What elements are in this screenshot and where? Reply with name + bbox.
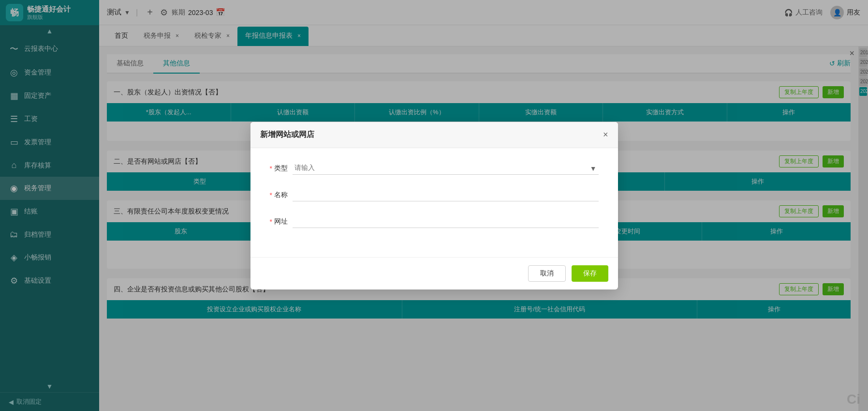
form-row-name: * 名称 [270, 189, 599, 201]
field-name-input-wrap [293, 189, 599, 201]
field-type-input-wrap: ▼ [293, 163, 599, 175]
save-button[interactable]: 保存 [572, 265, 608, 282]
field-url-input[interactable] [293, 216, 599, 226]
field-url-input-wrap [293, 216, 599, 228]
modal-title: 新增网站或网店 [260, 130, 314, 140]
type-dropdown-icon[interactable]: ▼ [590, 165, 597, 172]
modal-close-button[interactable]: × [603, 130, 608, 140]
cancel-button[interactable]: 取消 [528, 265, 566, 282]
form-row-url: * 网址 [270, 216, 599, 228]
form-row-type: * 类型 ▼ [270, 163, 599, 175]
modal-overlay: 新增网站或网店 × * 类型 ▼ * 名称 [0, 0, 868, 411]
modal-body: * 类型 ▼ * 名称 [250, 148, 618, 257]
field-name-label: * 名称 [270, 191, 288, 199]
add-website-modal: 新增网站或网店 × * 类型 ▼ * 名称 [250, 122, 618, 289]
field-name-input[interactable] [293, 189, 599, 199]
field-url-label: * 网址 [270, 217, 288, 226]
field-type-label: * 类型 [270, 164, 288, 173]
modal-footer: 取消 保存 [250, 257, 618, 289]
modal-header: 新增网站或网店 × [250, 122, 618, 148]
field-type-input[interactable] [293, 163, 599, 172]
